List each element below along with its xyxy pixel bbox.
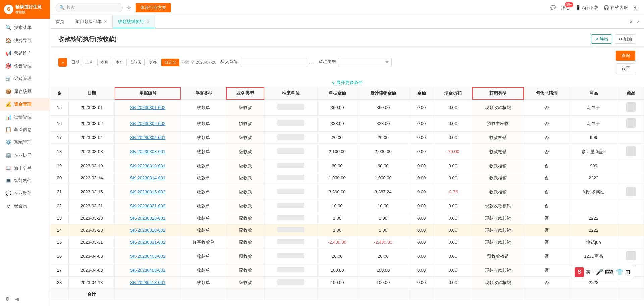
cell-biz_type: 应收款 bbox=[226, 100, 264, 116]
tab-close-receipts[interactable]: ✕ bbox=[146, 19, 150, 24]
date-btn-上月[interactable]: 上月 bbox=[82, 59, 96, 66]
user-avatar[interactable]: Rit bbox=[633, 5, 639, 10]
table-row: 222023-03-21SK-20230321-003收款单应收款10.0010… bbox=[50, 200, 644, 212]
filter-toggle-button[interactable]: » bbox=[58, 58, 67, 67]
cell-verify_type: 收款核销 bbox=[472, 132, 524, 144]
tab-presales[interactable]: 预付款应付单✕ bbox=[70, 15, 113, 28]
tab-close-presales[interactable]: ✕ bbox=[104, 19, 107, 24]
footer-cell-8 bbox=[409, 289, 434, 300]
sidebar-item-marketing[interactable]: 📢 营销推广 bbox=[0, 47, 50, 60]
topbar-search-box[interactable]: 🔍 搜索 bbox=[56, 3, 123, 12]
cell-voucher_no[interactable]: SK-20230321-003 bbox=[115, 200, 181, 212]
tab-expand-icon[interactable]: ⤢ bbox=[636, 19, 640, 24]
table-row: 282023-04-18SK-20230418-001收款单应收款100.001… bbox=[50, 277, 644, 289]
sidebar-item-wechat[interactable]: 💬 企业微信 bbox=[0, 187, 50, 200]
date-btn-本年[interactable]: 本年 bbox=[113, 59, 127, 66]
cell-no: 20 bbox=[50, 172, 69, 184]
online-service-btn[interactable]: 🎧 在线客服 bbox=[604, 5, 628, 11]
cell-counterpart bbox=[264, 236, 317, 248]
sidebar-item-basic-info[interactable]: 📋 基础信息 bbox=[0, 123, 50, 136]
date-btn-本月[interactable]: 本月 bbox=[97, 59, 111, 66]
cell-verify_type: 收款核销 bbox=[472, 144, 524, 160]
cell-voucher_no[interactable]: SK-20230308-001 bbox=[115, 144, 181, 160]
cell-voucher_no[interactable]: SK-20230408-001 bbox=[115, 264, 181, 277]
voucher-type-select[interactable] bbox=[338, 58, 392, 67]
cell-voucher_no[interactable]: SK-20230304-001 bbox=[115, 132, 181, 144]
cell-cash_discount: -2.76 bbox=[434, 184, 472, 200]
sidebar-item-quick-nav[interactable]: 🏠 快捷导航 bbox=[0, 34, 50, 47]
table-row: 162023-03-02SK-20230302-002收款单预收款333.003… bbox=[50, 116, 644, 132]
sidebar-item-guide[interactable]: 📖 新手引导 bbox=[0, 162, 50, 174]
tab-receipts[interactable]: 收款核销执行✕ bbox=[113, 15, 155, 28]
col-header-voucher_no: 单据编号 bbox=[115, 87, 181, 100]
cell-voucher_no[interactable]: SK-20230418-001 bbox=[115, 277, 181, 289]
cell-voucher_no[interactable]: SK-20230331-002 bbox=[115, 236, 181, 248]
filter-more-dots[interactable]: ... bbox=[309, 60, 315, 65]
sidebar-item-search-menu[interactable]: 🔍 搜索菜单 bbox=[0, 21, 50, 34]
footer-cell-6 bbox=[317, 289, 357, 300]
sidebar-label-sales: 销售管理 bbox=[14, 63, 32, 69]
counterpart-input[interactable] bbox=[240, 58, 307, 67]
cell-cumulative: 333.00 bbox=[357, 116, 409, 132]
sidebar-icon-marketing: 📢 bbox=[5, 50, 11, 56]
export-button[interactable]: ↗ 导出 bbox=[591, 34, 612, 44]
cell-voucher_no[interactable]: SK-20230302-002 bbox=[115, 116, 181, 132]
cell-product: 999 bbox=[569, 160, 618, 172]
tab-close-icon[interactable]: ✕ bbox=[629, 19, 633, 24]
cell-date: 2023-03-28 bbox=[69, 212, 115, 224]
sidebar-item-operation[interactable]: 📊 经营管理 bbox=[0, 111, 50, 123]
topbar-gear-icon[interactable]: ⚙ bbox=[127, 4, 131, 11]
settings-button[interactable]: 设置 bbox=[616, 63, 636, 74]
cell-settled: 否 bbox=[524, 200, 569, 212]
cell-voucher_no[interactable]: SK-20230314-001 bbox=[115, 172, 181, 184]
sidebar-label-finance: 资金管理 bbox=[14, 101, 32, 107]
expand-more-conditions[interactable]: ∨ 展开更多条件 bbox=[50, 78, 644, 87]
cell-product2 bbox=[618, 212, 644, 224]
cell-balance: 0.00 bbox=[409, 100, 434, 116]
refresh-button[interactable]: ↻ 刷新 bbox=[615, 34, 636, 44]
date-btn-更多[interactable]: 更多 bbox=[146, 59, 160, 66]
sidebar-item-finance[interactable]: 💰 资金管理 bbox=[0, 98, 50, 111]
sidebar-item-sales[interactable]: 🎯 销售管理 bbox=[0, 60, 50, 72]
cell-cash_discount: 0.00 bbox=[434, 100, 472, 116]
sidebar-item-enterprise[interactable]: 🏢 企业协同 bbox=[0, 149, 50, 162]
cell-amount: 100.00 bbox=[317, 264, 357, 277]
cell-voucher_no[interactable]: SK-20230328-002 bbox=[115, 224, 181, 236]
cell-counterpart bbox=[264, 264, 317, 277]
sidebar-collapse-icon[interactable]: ◀ bbox=[15, 296, 19, 302]
cell-voucher_no[interactable]: SK-20230310-001 bbox=[115, 160, 181, 172]
cell-voucher_no[interactable]: SK-20230328-001 bbox=[115, 212, 181, 224]
voucher-type-label: 单据类型 bbox=[319, 59, 336, 65]
tab-label-receipts: 收款核销执行 bbox=[118, 19, 144, 25]
cell-date: 2023-03-15 bbox=[69, 184, 115, 200]
table-row: 262023-04-03SK-20230403-002收款单预收款20.0020… bbox=[50, 248, 644, 264]
cell-biz_type: 预收款 bbox=[226, 248, 264, 264]
cell-biz_type: 应收款 bbox=[226, 277, 264, 289]
cell-cumulative: 100.00 bbox=[357, 264, 409, 277]
cell-voucher_no[interactable]: SK-20230403-002 bbox=[115, 248, 181, 264]
sidebar-item-system[interactable]: ⚙️ 系统管理 bbox=[0, 136, 50, 149]
sidebar-item-inventory[interactable]: 📦 库存核算 bbox=[0, 85, 50, 98]
tab-home[interactable]: 首页 bbox=[50, 15, 70, 28]
cell-product: 2222 bbox=[569, 172, 618, 184]
cell-voucher_no[interactable]: SK-20230301-002 bbox=[115, 100, 181, 116]
app-download-btn[interactable]: 📱 App下载 bbox=[575, 5, 598, 11]
cell-balance: 0.00 bbox=[409, 172, 434, 184]
date-btn-近7天[interactable]: 近7天 bbox=[128, 59, 145, 66]
sidebar-settings-icon[interactable]: ⚙ bbox=[5, 296, 10, 302]
message-badge[interactable]: 💬 99+ 消息 bbox=[550, 5, 570, 11]
cell-settled: 否 bbox=[524, 144, 569, 160]
sidebar-label-smart-hw: 智能硬件 bbox=[14, 178, 32, 184]
solution-button[interactable]: 体验行业方案 bbox=[136, 3, 171, 12]
cell-voucher_type: 收款单 bbox=[181, 184, 226, 200]
query-button[interactable]: 查询 bbox=[616, 51, 635, 61]
cell-voucher_type: 收款单 bbox=[181, 116, 226, 132]
sidebar-item-smart-hw[interactable]: 💻 智能硬件 bbox=[0, 174, 50, 187]
cell-no: 22 bbox=[50, 200, 69, 212]
cell-voucher_no[interactable]: SK-20230315-002 bbox=[115, 184, 181, 200]
filter-voucher-type-group: 单据类型 bbox=[319, 58, 392, 67]
sidebar-item-purchase[interactable]: 🛒 采购管理 bbox=[0, 72, 50, 85]
date-btn-custom[interactable]: 自定义 bbox=[161, 59, 179, 66]
sidebar-menu: 🔍 搜索菜单 🏠 快捷导航 📢 营销推广 🎯 销售管理 🛒 采购管理 📦 库存核… bbox=[0, 19, 50, 292]
sidebar-item-member[interactable]: V 畅会员 bbox=[0, 200, 50, 212]
